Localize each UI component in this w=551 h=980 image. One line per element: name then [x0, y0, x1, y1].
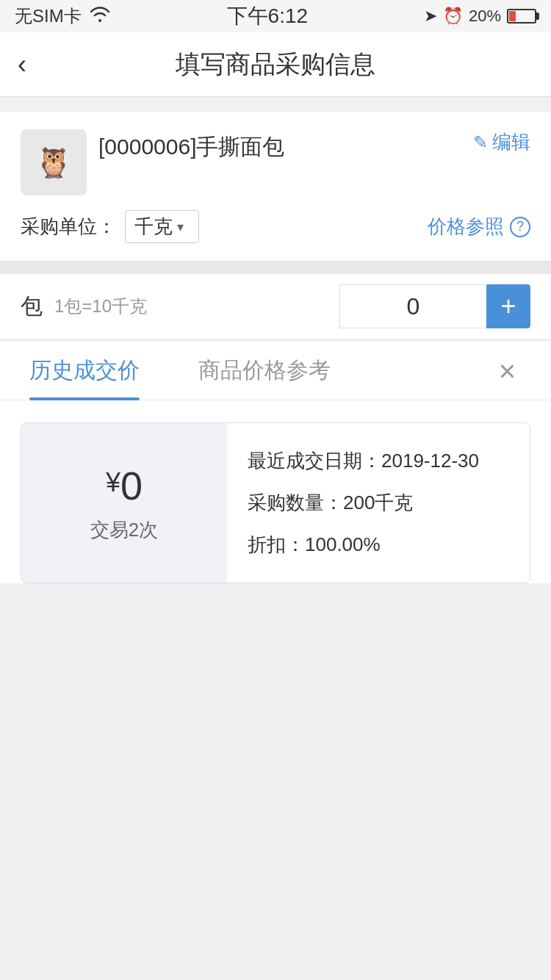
wifi-icon	[89, 6, 111, 26]
discount-label: 折扣：	[248, 533, 305, 555]
product-thumbnail: 🦉	[21, 129, 87, 195]
status-left: 无SIM卡	[15, 4, 111, 28]
plus-icon: +	[500, 293, 516, 320]
quantity-input[interactable]	[339, 284, 486, 328]
edit-icon: ✎	[473, 132, 488, 153]
quantity-input-group: +	[339, 284, 530, 328]
date-value: 2019-12-30	[381, 450, 479, 472]
tabs-row: 历史成交价 商品价格参考 ×	[0, 342, 551, 400]
edit-label: 编辑	[492, 129, 530, 155]
battery-percent: 20%	[469, 7, 501, 26]
time-display: 下午6:12	[227, 2, 309, 30]
main-content-area	[0, 605, 551, 980]
panel-close-button[interactable]: ×	[493, 350, 522, 392]
product-name: [0000006]手撕面包	[98, 129, 284, 162]
unit-select[interactable]: 千克	[125, 210, 199, 243]
back-button[interactable]: ‹	[18, 49, 26, 80]
status-right: ➤ ⏰ 20%	[424, 7, 536, 26]
tabs-list: 历史成交价 商品价格参考	[29, 342, 331, 400]
history-details-panel: 最近成交日期：2019-12-30 采购数量：200千克 折扣：100.00%	[227, 423, 530, 583]
help-icon: ?	[510, 217, 530, 237]
history-trades-count: 交易2次	[90, 517, 158, 543]
qty-label: 采购数量：	[248, 491, 343, 514]
unit-row: 采购单位： 千克	[21, 210, 199, 243]
history-price-panel: ¥0 交易2次	[21, 423, 227, 583]
tab-price-ref-label: 商品价格参考	[198, 356, 331, 386]
history-qty-row: 采购数量：200千克	[248, 489, 509, 517]
section-divider	[0, 261, 551, 274]
nav-bar: ‹ 填写商品采购信息	[0, 32, 551, 97]
quantity-plus-button[interactable]: +	[486, 284, 530, 328]
history-price-value: ¥0	[106, 464, 143, 508]
tab-active-indicator	[29, 397, 140, 400]
date-label: 最近成交日期：	[248, 450, 381, 472]
tab-history-price[interactable]: 历史成交价	[29, 342, 140, 400]
alarm-icon: ⏰	[443, 7, 463, 26]
tab-history-label: 历史成交价	[29, 356, 140, 386]
product-left: 🦉 [0000006]手撕面包	[21, 129, 284, 195]
battery-icon	[507, 9, 536, 24]
quantity-hint: 1包=10千克	[54, 295, 147, 318]
product-card: 🦉 [0000006]手撕面包 ✎ 编辑 采购单位： 千克 价格参照 ?	[0, 112, 551, 261]
quantity-label: 包 1包=10千克	[21, 292, 147, 322]
unit-label-text: 采购单位：	[21, 214, 116, 239]
price-ref-label: 价格参照	[428, 214, 504, 239]
network-label: 无SIM卡	[15, 4, 82, 28]
product-bottom-row: 采购单位： 千克 价格参照 ?	[21, 210, 530, 243]
price-reference-button[interactable]: 价格参照 ?	[428, 214, 530, 239]
edit-button[interactable]: ✎ 编辑	[473, 129, 530, 155]
product-top-row: 🦉 [0000006]手撕面包 ✎ 编辑	[21, 129, 530, 195]
location-icon: ➤	[424, 7, 437, 26]
tab-price-reference[interactable]: 商品价格参考	[198, 342, 331, 400]
unit-value: 千克	[134, 214, 173, 239]
product-logo: 🦉	[35, 148, 72, 177]
bottom-panel: 历史成交价 商品价格参考 × ¥0 交易2次 最近成交日期：2019-12-30	[0, 342, 551, 583]
discount-value: 100.00%	[305, 533, 381, 555]
status-bar: 无SIM卡 下午6:12 ➤ ⏰ 20%	[0, 0, 551, 32]
history-card: ¥0 交易2次 最近成交日期：2019-12-30 采购数量：200千克 折扣：…	[21, 422, 530, 583]
currency-symbol: ¥	[106, 467, 120, 497]
history-price-display: ¥0	[106, 463, 143, 508]
history-date-row: 最近成交日期：2019-12-30	[248, 447, 509, 475]
history-discount-row: 折扣：100.00%	[248, 530, 509, 559]
qty-value: 200千克	[343, 491, 413, 514]
page-title: 填写商品采购信息	[176, 48, 375, 82]
quantity-row: 包 1包=10千克 +	[0, 274, 551, 339]
quantity-unit: 包	[21, 292, 43, 322]
